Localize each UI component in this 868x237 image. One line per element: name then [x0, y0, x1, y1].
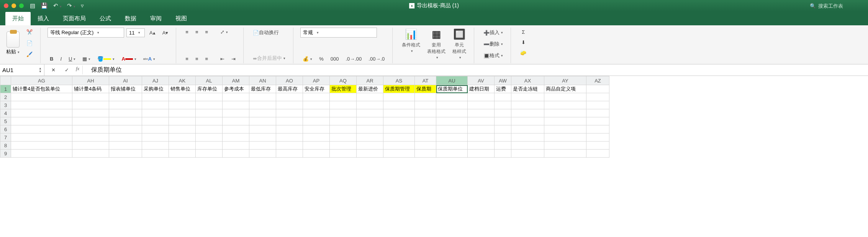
- cell-AU7[interactable]: [436, 133, 468, 142]
- cell-AI3[interactable]: [109, 101, 142, 109]
- cell-AG1[interactable]: 辅计量4是否包装单位: [11, 85, 72, 93]
- column-header-AS[interactable]: AS: [383, 76, 415, 85]
- select-all-corner[interactable]: [0, 76, 11, 85]
- formula-input[interactable]: 保质期单位: [87, 66, 868, 74]
- cell-AP9[interactable]: [303, 150, 330, 158]
- font-color-button[interactable]: A: [119, 54, 138, 63]
- tab-view[interactable]: 视图: [169, 12, 194, 25]
- cell-AI4[interactable]: [109, 109, 142, 117]
- cell-AI2[interactable]: [109, 93, 142, 101]
- cell-AI1[interactable]: 报表辅单位: [109, 85, 142, 93]
- cell-AM1[interactable]: 参考成本: [223, 85, 249, 93]
- bold-button[interactable]: B: [47, 54, 56, 63]
- cell-styles-button[interactable]: 🔲单元 格样式: [450, 28, 468, 60]
- cell-AJ9[interactable]: [142, 150, 169, 158]
- column-header-AH[interactable]: AH: [72, 76, 109, 85]
- cell-AJ7[interactable]: [142, 133, 169, 142]
- cell-AS9[interactable]: [383, 150, 415, 158]
- cell-AO1[interactable]: 最高库存: [276, 85, 303, 93]
- cell-AR1[interactable]: 最新进价: [357, 85, 383, 93]
- cell-AP5[interactable]: [303, 117, 330, 125]
- align-bottom-button[interactable]: ≡: [203, 28, 211, 36]
- cell-AM7[interactable]: [223, 133, 249, 142]
- cell-AT9[interactable]: [415, 150, 436, 158]
- cell-AZ6[interactable]: [586, 125, 609, 133]
- cell-AL4[interactable]: [196, 109, 223, 117]
- cell-AN8[interactable]: [249, 142, 276, 150]
- cell-AL6[interactable]: [196, 125, 223, 133]
- cell-AL7[interactable]: [196, 133, 223, 142]
- increase-font-button[interactable]: A▴: [147, 28, 158, 37]
- cell-AJ1[interactable]: 采购单位: [142, 85, 169, 93]
- column-header-AQ[interactable]: AQ: [330, 76, 357, 85]
- delete-cells-button[interactable]: ➖ 删除: [481, 39, 505, 49]
- cell-AX4[interactable]: [511, 109, 544, 117]
- column-header-AG[interactable]: AG: [11, 76, 72, 85]
- cell-AT8[interactable]: [415, 142, 436, 150]
- row-header-2[interactable]: 2: [0, 93, 11, 101]
- column-header-AP[interactable]: AP: [303, 76, 330, 85]
- cell-AN9[interactable]: [249, 150, 276, 158]
- cell-AM8[interactable]: [223, 142, 249, 150]
- close-window-button[interactable]: [4, 3, 8, 8]
- cell-AV6[interactable]: [468, 125, 495, 133]
- search-input[interactable]: [818, 3, 864, 9]
- align-right-button[interactable]: ≡: [203, 54, 211, 63]
- cell-AU6[interactable]: [436, 125, 468, 133]
- cell-AR4[interactable]: [357, 109, 383, 117]
- cell-AR3[interactable]: [357, 101, 383, 109]
- cell-AS2[interactable]: [383, 93, 415, 101]
- row-header-7[interactable]: 7: [0, 133, 11, 142]
- cell-AG9[interactable]: [11, 150, 72, 158]
- cell-AG8[interactable]: [11, 142, 72, 150]
- cell-AS5[interactable]: [383, 117, 415, 125]
- cell-AH5[interactable]: [72, 117, 109, 125]
- cell-AU1[interactable]: 保质期单位: [436, 85, 468, 93]
- cell-AJ4[interactable]: [142, 109, 169, 117]
- cell-AN3[interactable]: [249, 101, 276, 109]
- cell-AT1[interactable]: 保质期: [415, 85, 436, 93]
- format-table-button[interactable]: ▦套用 表格格式: [425, 28, 448, 60]
- cell-AW2[interactable]: [495, 93, 511, 101]
- align-middle-button[interactable]: ≡: [193, 28, 201, 36]
- cell-AK4[interactable]: [169, 109, 196, 117]
- cell-AO4[interactable]: [276, 109, 303, 117]
- cell-AK7[interactable]: [169, 133, 196, 142]
- font-name-select[interactable]: 等线 Regular (正文): [47, 28, 124, 38]
- cell-AY4[interactable]: [544, 109, 586, 117]
- autosave-icon[interactable]: ▤: [30, 2, 35, 9]
- cell-AH9[interactable]: [72, 150, 109, 158]
- tab-insert[interactable]: 插入: [31, 12, 56, 25]
- cell-AZ5[interactable]: [586, 117, 609, 125]
- decrease-decimal-button[interactable]: .00→.0: [366, 54, 387, 63]
- tab-home[interactable]: 开始: [5, 12, 31, 25]
- cell-AO5[interactable]: [276, 117, 303, 125]
- cell-AQ2[interactable]: [330, 93, 357, 101]
- cell-AM4[interactable]: [223, 109, 249, 117]
- cell-AW9[interactable]: [495, 150, 511, 158]
- cell-AQ7[interactable]: [330, 133, 357, 142]
- cell-AP7[interactable]: [303, 133, 330, 142]
- cell-AO3[interactable]: [276, 101, 303, 109]
- undo-button[interactable]: ↶: [53, 2, 62, 9]
- cell-AY1[interactable]: 商品自定义项: [544, 85, 586, 93]
- cell-AT2[interactable]: [415, 93, 436, 101]
- copy-button[interactable]: 📄: [24, 39, 35, 48]
- cell-AR2[interactable]: [357, 93, 383, 101]
- cell-AZ4[interactable]: [586, 109, 609, 117]
- column-header-AX[interactable]: AX: [511, 76, 544, 85]
- percent-button[interactable]: %: [317, 54, 326, 63]
- cell-AH2[interactable]: [72, 93, 109, 101]
- cell-AZ3[interactable]: [586, 101, 609, 109]
- cell-AG3[interactable]: [11, 101, 72, 109]
- column-header-AY[interactable]: AY: [544, 76, 586, 85]
- cell-AO2[interactable]: [276, 93, 303, 101]
- column-header-AW[interactable]: AW: [495, 76, 511, 85]
- cell-AV4[interactable]: [468, 109, 495, 117]
- cell-AZ9[interactable]: [586, 150, 609, 158]
- phonetic-button[interactable]: abcA: [141, 54, 157, 63]
- cell-AS8[interactable]: [383, 142, 415, 150]
- cell-AY2[interactable]: [544, 93, 586, 101]
- cell-AP3[interactable]: [303, 101, 330, 109]
- cell-AL8[interactable]: [196, 142, 223, 150]
